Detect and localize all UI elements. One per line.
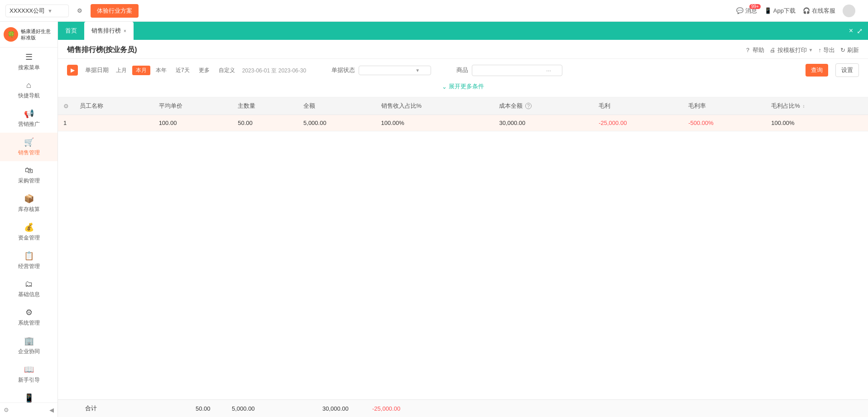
online-service-button[interactable]: 🎧 在线客服 — [803, 7, 835, 15]
message-button[interactable]: 💬 消息 99+ — [736, 7, 757, 15]
sidebar-item-system[interactable]: ⚙ 系统管理 — [0, 303, 58, 331]
message-badge: 99+ — [749, 4, 761, 9]
refresh-button[interactable]: ↻ 刷新 — [840, 46, 859, 54]
purchase-icon: 🛍 — [25, 166, 33, 175]
company-selector[interactable]: XXXXXX公司 ▼ — [5, 5, 69, 17]
user-avatar[interactable] — [843, 5, 855, 17]
sidebar-item-purchase[interactable]: 🛍 采购管理 — [0, 161, 58, 189]
sidebar-item-inventory[interactable]: 📦 库存核算 — [0, 189, 58, 218]
enterprise-icon: 🏢 — [24, 336, 34, 346]
logo-text: 畅康通好生意 标准版 — [21, 28, 51, 41]
goods-select[interactable]: ··· — [472, 65, 562, 76]
cost-help-icon[interactable]: ? — [525, 103, 532, 109]
guide-icon: 📖 — [24, 364, 34, 374]
sales-ranking-table: ⚙ 员工名称 平均单价 主数量 — [58, 97, 868, 131]
sidebar-item-guide[interactable]: 📖 新手引导 — [0, 360, 58, 388]
export-label: 导出 — [823, 46, 835, 54]
gross-pct-sort-icon[interactable]: ↕ — [802, 104, 805, 109]
cell-gross-rate: -500.00% — [683, 115, 766, 131]
home-icon: ⌂ — [26, 81, 31, 90]
col-sales-pct-header: 销售收入占比% — [376, 97, 494, 115]
logo-icon: 🍀 — [4, 27, 18, 42]
sidebar-collapse-icon[interactable]: ◀ — [49, 407, 54, 413]
sidebar-item-basic-label: 基础信息 — [18, 291, 40, 298]
message-icon: 💬 — [736, 7, 743, 14]
goods-more-icon: ··· — [546, 67, 551, 74]
app-download-icon: 📱 — [764, 7, 772, 14]
window-close-icon[interactable]: × — [849, 27, 853, 35]
search-order-icon: ☰ — [25, 52, 33, 62]
topbar-settings-button[interactable]: ⚙ — [72, 4, 87, 18]
table-area: ⚙ 员工名称 平均单价 主数量 — [58, 97, 868, 399]
sidebar-item-search-order[interactable]: ☰ 搜索菜单 — [0, 48, 58, 76]
date-opt-custom[interactable]: 自定义 — [215, 66, 239, 75]
date-opt-last-month[interactable]: 上月 — [112, 66, 130, 75]
inventory-icon: 📦 — [24, 194, 34, 204]
sidebar-item-quick-nav[interactable]: ⌂ 快捷导航 — [0, 76, 58, 104]
sidebar-item-basic-info[interactable]: 🗂 基础信息 — [0, 275, 58, 303]
col-cost-header: 成本全额 ? — [494, 97, 593, 115]
filter-expand-arrow-button[interactable]: ▶ — [67, 65, 78, 76]
date-opt-this-month[interactable]: 本月 — [132, 66, 150, 75]
footer-amount-val: 5,000.00 — [226, 405, 272, 412]
date-opt-this-year[interactable]: 本年 — [152, 66, 170, 75]
basic-info-icon: 🗂 — [25, 279, 33, 289]
active-tab-label: 销售排行榜 — [91, 27, 121, 35]
company-arrow-icon: ▼ — [48, 8, 53, 14]
filter-row-1: ▶ 单据日期 上月 本月 本年 近7天 更多 自定义 — [67, 63, 859, 77]
app-download-button[interactable]: 📱 App下载 — [764, 7, 796, 15]
help-icon: ？ — [745, 46, 751, 54]
cell-quantity: 50.00 — [232, 115, 298, 131]
operations-icon: 📋 — [24, 251, 34, 261]
sidebar-logo: 🍀 畅康通好生意 标准版 — [0, 22, 58, 48]
help-label: 帮助 — [753, 46, 764, 54]
print-arrow-icon: ▼ — [809, 48, 813, 53]
sidebar-item-enterprise[interactable]: 🏢 企业协同 — [0, 331, 58, 360]
tab-sales-ranking[interactable]: 销售排行榜 × — [84, 22, 134, 40]
sidebar-bottom-settings-icon[interactable]: ⚙ — [4, 407, 9, 413]
tab-close-icon[interactable]: × — [124, 29, 126, 34]
footer-sales-pct-spacer — [272, 405, 317, 412]
date-options: 上月 本月 本年 近7天 更多 自定义 — [112, 66, 239, 75]
sidebar-item-system-label: 系统管理 — [18, 319, 40, 327]
app-center-icon: 📱 — [24, 393, 34, 403]
help-button[interactable]: ？ 帮助 — [745, 46, 764, 54]
date-filter: 单据日期 上月 本月 本年 近7天 更多 自定义 2023-06-01 至 20… — [85, 66, 306, 75]
sidebar-item-sales[interactable]: 🛒 销售管理 — [0, 133, 58, 161]
print-button[interactable]: 🖨 按模板打印 ▼ — [770, 46, 813, 54]
expand-conditions-button[interactable]: ⌄ 展开更多条件 — [442, 82, 484, 91]
sidebar-item-marketing-label: 营销推广 — [18, 120, 40, 128]
col-settings-header: ⚙ — [58, 97, 74, 115]
expand-icon: ⌄ — [442, 83, 447, 90]
date-opt-more[interactable]: 更多 — [195, 66, 213, 75]
footer-gross-val: -25,000.00 — [367, 405, 417, 412]
date-opt-7days[interactable]: 近7天 — [172, 66, 193, 75]
sales-icon: 🛒 — [24, 137, 34, 147]
sidebar-item-app-center[interactable]: 📱 应用中心 — [0, 388, 58, 403]
column-settings-icon[interactable]: ⚙ — [63, 103, 69, 110]
page-title: 销售排行榜(按业务员) — [67, 45, 137, 55]
cell-cost: 30,000.00 — [494, 115, 593, 131]
sidebar-item-marketing[interactable]: 📢 营销推广 — [0, 104, 58, 133]
trial-industry-button[interactable]: 体验行业方案 — [91, 4, 139, 18]
query-button[interactable]: 查询 — [806, 64, 828, 77]
goods-filter-label: 商品 — [456, 66, 468, 74]
settings-button[interactable]: 设置 — [835, 63, 859, 77]
footer-values: 50.00 5,000.00 30,000.00 -25,000.00 — [154, 405, 863, 412]
status-filter-label: 单据状态 — [331, 66, 355, 74]
table-footer: 合计 50.00 5,000.00 30,000.00 -25,000.00 — [58, 399, 868, 417]
company-name: XXXXXX公司 — [10, 7, 45, 15]
sidebar-item-finance[interactable]: 💰 资金管理 — [0, 218, 58, 246]
sidebar-item-operations[interactable]: 📋 经营管理 — [0, 246, 58, 275]
tab-home[interactable]: 首页 — [58, 22, 84, 40]
export-button[interactable]: ↑ 导出 — [819, 46, 835, 54]
print-label: 按模板打印 — [777, 46, 807, 54]
cell-sales-pct: 100.00% — [376, 115, 494, 131]
status-select[interactable]: ▼ — [359, 66, 431, 75]
window-restore-icon[interactable]: ⤢ — [857, 27, 863, 35]
cell-avg-price: 100.00 — [153, 115, 233, 131]
nav-tabs: 首页 销售排行榜 × × ⤢ — [58, 22, 868, 40]
filter-area: ▶ 单据日期 上月 本月 本年 近7天 更多 自定义 — [58, 59, 868, 97]
sidebar-item-quick-label: 快捷导航 — [18, 92, 40, 100]
status-filter: 单据状态 ▼ — [331, 66, 431, 75]
